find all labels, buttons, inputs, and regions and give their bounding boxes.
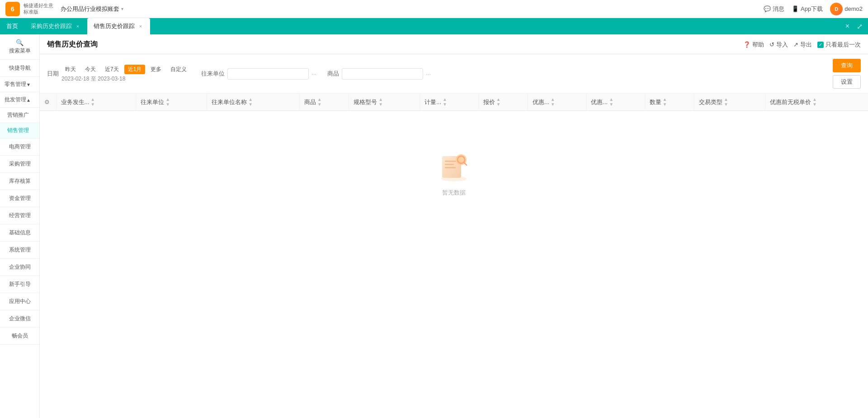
query-actions: 查询 设置 [833,59,861,89]
help-button[interactable]: ❓ 帮助 [743,41,764,49]
sidebar-item-ecommerce[interactable]: 电商管理 [0,138,39,156]
maximize-button[interactable]: ⤢ [855,20,864,33]
svg-rect-5 [445,167,456,168]
date-chip-today[interactable]: 今天 [81,65,99,74]
sidebar-item-label: 营销推广 [7,112,29,118]
sidebar-item-label: 经营管理 [9,212,31,219]
message-icon: 💬 [764,5,771,12]
sort-icon[interactable]: ▲▼ [165,97,170,107]
counterpart-filter-label: 往来单位 [201,70,225,78]
page-header: 销售历史价查询 ❓ 帮助 ↺ 导入 ↗ 导出 ✓ [40,34,868,54]
goods-input[interactable] [342,68,423,80]
sidebar-item-marketing[interactable]: 营销推广 [0,108,39,123]
sidebar-item-member[interactable]: 畅会员 [0,328,39,345]
content-area: 销售历史价查询 ❓ 帮助 ↺ 导入 ↗ 导出 ✓ [40,34,868,418]
sidebar: 🔍 搜索菜单 快捷导航 零售管理 ▾ 批发管理 ▴ 营销推广 销售管理 电商管理… [0,34,40,418]
date-chip-more[interactable]: 更多 [147,65,165,74]
goods-ellipsis[interactable]: ··· [426,71,431,77]
sidebar-item-label: 批发管理 [5,96,26,104]
close-window-button[interactable]: × [844,20,851,32]
tab-purchase[interactable]: 采购历史价跟踪 × [24,18,87,34]
counterpart-ellipsis[interactable]: ··· [311,71,316,77]
sidebar-item-label: 企业微信 [9,315,31,323]
sidebar-item-system[interactable]: 系统管理 [0,242,39,259]
tab-home[interactable]: 首页 [0,18,24,34]
sort-icon[interactable]: ▲▼ [317,97,322,107]
sidebar-item-label: 搜索菜单 [9,47,31,55]
date-range-display: 2023-02-18 至 2023-03-18 [61,75,190,83]
sort-icon[interactable]: ▲▼ [443,97,447,107]
counterpart-input[interactable] [227,68,309,80]
sort-icon[interactable]: ▲▼ [812,97,817,107]
app-selector[interactable]: 办公用品行业模拟账套 ▾ [57,3,127,15]
top-bar-right: 💬 消息 📱 App下载 D demo2 [764,3,863,15]
export-button[interactable]: ↗ 导出 [793,41,812,49]
sidebar-item-guide[interactable]: 新手引导 [0,276,39,293]
sidebar-item-enterprise[interactable]: 企业协同 [0,259,39,276]
close-icon[interactable]: × [137,23,144,29]
tab-sales[interactable]: 销售历史价跟踪 × [87,18,150,34]
search-icon: 🔍 [16,39,24,46]
th-counterpart-code: 往来单位 ▲▼ [136,94,207,111]
sidebar-item-sales-mgmt[interactable]: 销售管理 [0,123,39,138]
sidebar-item-finance[interactable]: 资金管理 [0,190,39,207]
sort-icon[interactable]: ▲▼ [609,97,613,107]
sidebar-item-label: 采购管理 [9,160,31,168]
sort-icon[interactable]: ▲▼ [248,97,253,107]
th-spec: 规格型号 ▲▼ [349,94,420,111]
app-download-action[interactable]: 📱 App下载 [792,5,823,13]
sidebar-item-wholesale[interactable]: 批发管理 ▴ [0,92,39,108]
sort-icon[interactable]: ▲▼ [90,97,95,107]
app-download-label: App下载 [801,5,823,13]
sort-icon[interactable]: ▲▼ [663,97,667,107]
import-button[interactable]: ↺ 导入 [769,41,788,49]
counterpart-filter-group: 往来单位 ··· [201,68,316,80]
query-button[interactable]: 查询 [833,59,861,72]
gear-icon[interactable]: ⚙ [44,99,50,105]
tab-purchase-label: 采购历史价跟踪 [31,22,72,30]
date-chips: 昨天 今天 近7天 近1月 更多 自定义 [61,65,190,74]
user-menu[interactable]: D demo2 [830,3,863,15]
th-trade-type: 交易类型 ▲▼ [694,94,765,111]
date-chip-1month[interactable]: 近1月 [124,65,146,74]
sidebar-item-search[interactable]: 🔍 搜索菜单 [0,34,39,60]
sidebar-item-wechat[interactable]: 企业微信 [0,310,39,328]
message-action[interactable]: 💬 消息 [764,5,784,13]
table-header: ⚙ 业务发生... ▲▼ 往来单位 ▲▼ [40,94,868,111]
only-last-checkbox[interactable]: ✓ 只看最后一次 [817,41,861,49]
page-title: 销售历史价查询 [47,40,98,49]
chevron-down-icon: ▾ [27,81,30,88]
sort-icon[interactable]: ▲▼ [551,97,555,107]
date-filter-block: 昨天 今天 近7天 近1月 更多 自定义 2023-02-18 至 2023-0… [61,65,190,83]
sidebar-item-operations[interactable]: 经营管理 [0,207,39,224]
settings-button[interactable]: 设置 [833,75,861,89]
sidebar-item-purchase[interactable]: 采购管理 [0,156,39,173]
date-chip-custom[interactable]: 自定义 [167,65,190,74]
sidebar-item-retail[interactable]: 零售管理 ▾ [0,77,39,92]
filter-section: 日期 昨天 今天 近7天 近1月 更多 自定义 2023-02-18 至 202… [40,54,868,94]
th-gear: ⚙ [40,94,56,111]
chevron-up-icon: ▴ [27,97,30,103]
sort-icon[interactable]: ▲▼ [496,97,501,107]
empty-illustration [436,147,472,183]
close-icon[interactable]: × [75,23,81,29]
svg-rect-4 [445,164,454,165]
sidebar-item-basics[interactable]: 基础信息 [0,224,39,242]
empty-state: 暂无数据 [40,111,868,233]
app-logo: 6 [5,2,20,16]
th-goods: 商品 ▲▼ [299,94,349,111]
sidebar-item-apps[interactable]: 应用中心 [0,293,39,310]
sidebar-item-label: 新手引导 [9,280,31,288]
tab-home-label: 首页 [6,22,18,30]
date-chip-7days[interactable]: 近7天 [101,65,123,74]
sidebar-item-label: 畅会员 [12,332,28,340]
page-title-row: 销售历史价查询 ❓ 帮助 ↺ 导入 ↗ 导出 ✓ [47,40,861,49]
sort-icon[interactable]: ▲▼ [724,97,728,107]
date-chip-yesterday[interactable]: 昨天 [61,65,80,74]
sort-icon[interactable]: ▲▼ [378,97,383,107]
sidebar-item-shortcut[interactable]: 快捷导航 [0,60,39,77]
tab-bar: 首页 采购历史价跟踪 × 销售历史价跟踪 × × ⤢ [0,18,868,34]
export-label: 导出 [800,41,812,49]
message-label: 消息 [773,5,784,13]
sidebar-item-inventory[interactable]: 库存核算 [0,173,39,190]
